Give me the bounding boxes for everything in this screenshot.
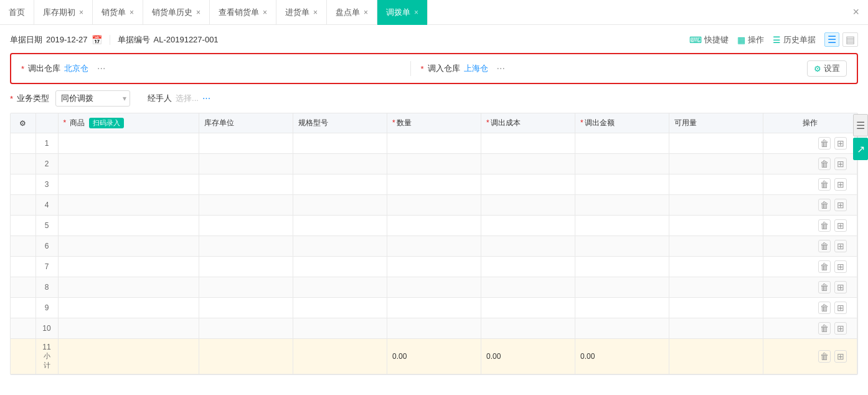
row-qty-cell[interactable] <box>387 236 481 257</box>
layout1-icon[interactable]: ☰ <box>824 32 839 47</box>
row-goods-cell[interactable] <box>58 154 199 174</box>
row-cost-cell[interactable] <box>481 154 575 174</box>
delete-icon[interactable]: 🗑 <box>818 322 831 335</box>
row-qty-cell[interactable] <box>387 277 481 298</box>
tab-close-transfer[interactable]: × <box>414 8 418 17</box>
delete-icon[interactable]: 🗑 <box>818 281 831 293</box>
tab-close-sales-order[interactable]: × <box>130 8 134 17</box>
row-amount-cell[interactable] <box>575 174 669 195</box>
row-goods-cell[interactable] <box>58 174 199 195</box>
layout-toggle[interactable]: ☰ ▤ <box>824 32 858 47</box>
delete-icon[interactable]: 🗑 <box>818 178 831 191</box>
row-goods-cell[interactable] <box>58 133 199 154</box>
scan-button[interactable]: 扫码录入 <box>89 118 124 128</box>
float-expand-button[interactable]: ↗ <box>853 138 868 160</box>
available-column-header: 可用量 <box>669 113 763 133</box>
tab-stocktake[interactable]: 盘点单× <box>327 0 377 25</box>
row-amount-cell[interactable] <box>575 277 669 298</box>
tab-view-sales[interactable]: 查看销货单× <box>210 0 276 25</box>
tab-transfer[interactable]: 调拨单× <box>377 0 428 25</box>
delete-icon[interactable]: 🗑 <box>818 260 831 273</box>
delete-icon[interactable]: 🗑 <box>818 199 831 211</box>
gear-column-header[interactable]: ⚙ <box>11 113 35 133</box>
operations-button[interactable]: ▦ 操作 <box>737 34 764 45</box>
copy-icon[interactable]: ⊞ <box>834 158 847 170</box>
row-amount-cell[interactable] <box>575 154 669 174</box>
float-note-button[interactable]: ☰ <box>853 114 868 136</box>
delete-icon[interactable]: 🗑 <box>818 240 831 252</box>
row-goods-cell[interactable] <box>58 298 199 318</box>
row-cost-cell[interactable] <box>481 133 575 154</box>
copy-icon[interactable]: ⊞ <box>834 302 847 314</box>
row-cost-cell[interactable] <box>481 277 575 298</box>
tab-close-stocktake[interactable]: × <box>364 8 368 17</box>
row-qty-cell[interactable] <box>387 298 481 318</box>
tab-close-inventory-init[interactable]: × <box>79 8 83 17</box>
row-cost-cell[interactable] <box>481 318 575 339</box>
row-cost-cell[interactable] <box>481 174 575 195</box>
row-goods-cell[interactable] <box>58 277 199 298</box>
layout2-icon[interactable]: ▤ <box>842 32 858 47</box>
tab-sales-history[interactable]: 销货单历史× <box>143 0 210 25</box>
row-amount-cell[interactable] <box>575 298 669 318</box>
in-warehouse-more-button[interactable]: ··· <box>497 63 505 74</box>
row-goods-cell[interactable] <box>58 216 199 236</box>
tab-inventory-init[interactable]: 库存期初× <box>34 0 93 25</box>
row-cost-cell[interactable] <box>481 236 575 257</box>
row-amount-cell[interactable] <box>575 236 669 257</box>
row-goods-cell[interactable] <box>58 236 199 257</box>
history-button[interactable]: ☰ 历史单据 <box>773 34 816 45</box>
copy-icon[interactable]: ⊞ <box>834 350 847 363</box>
row-goods-cell[interactable] <box>58 195 199 216</box>
settings-button[interactable]: ⚙ 设置 <box>807 60 847 77</box>
delete-icon[interactable]: 🗑 <box>818 137 831 150</box>
row-amount-cell[interactable] <box>575 257 669 277</box>
tab-close-purchase[interactable]: × <box>313 8 318 17</box>
row-qty-cell[interactable] <box>387 154 481 174</box>
delete-icon[interactable]: 🗑 <box>818 350 831 363</box>
row-qty-cell[interactable] <box>387 195 481 216</box>
copy-icon[interactable]: ⊞ <box>834 137 847 150</box>
row-cost-cell[interactable] <box>481 195 575 216</box>
copy-icon[interactable]: ⊞ <box>834 322 847 335</box>
tab-close-view-sales[interactable]: × <box>263 8 267 17</box>
row-amount-cell[interactable] <box>575 133 669 154</box>
copy-icon[interactable]: ⊞ <box>834 199 847 211</box>
row-qty-cell[interactable] <box>387 216 481 236</box>
delete-icon[interactable]: 🗑 <box>818 219 831 232</box>
subtotal-qty-cell: 0.00 <box>387 339 481 374</box>
row-amount-cell[interactable] <box>575 318 669 339</box>
table-scroll[interactable]: ⚙ * 商品 扫码录入 库存单位 规格型号 *数量 *调出成本 *调出金额 可用… <box>11 113 857 374</box>
calendar-icon[interactable]: 📅 <box>92 35 102 45</box>
tab-sales-order[interactable]: 销货单× <box>93 0 143 25</box>
tab-home[interactable]: 首页 <box>0 0 34 25</box>
shortcuts-button[interactable]: ⌨ 快捷键 <box>689 34 729 45</box>
handler-more-button[interactable]: ··· <box>202 93 210 104</box>
row-qty-cell[interactable] <box>387 257 481 277</box>
row-qty-cell[interactable] <box>387 318 481 339</box>
in-warehouse-value[interactable]: 上海仓 <box>464 63 488 74</box>
out-warehouse-more-button[interactable]: ··· <box>97 63 105 74</box>
copy-icon[interactable]: ⊞ <box>834 178 847 191</box>
row-goods-cell[interactable] <box>58 318 199 339</box>
delete-icon[interactable]: 🗑 <box>818 302 831 314</box>
business-type-select[interactable]: 同价调拨 <box>55 90 130 107</box>
row-cost-cell[interactable] <box>481 216 575 236</box>
row-qty-cell[interactable] <box>387 133 481 154</box>
copy-icon[interactable]: ⊞ <box>834 219 847 232</box>
row-goods-cell[interactable] <box>58 257 199 277</box>
row-amount-cell[interactable] <box>575 216 669 236</box>
close-all-button[interactable]: × <box>844 0 868 25</box>
row-cost-cell[interactable] <box>481 298 575 318</box>
handler-select-input[interactable]: 选择... <box>176 93 199 104</box>
tab-close-sales-history[interactable]: × <box>196 8 200 17</box>
delete-icon[interactable]: 🗑 <box>818 158 831 170</box>
tab-purchase[interactable]: 进货单× <box>276 0 327 25</box>
row-amount-cell[interactable] <box>575 195 669 216</box>
copy-icon[interactable]: ⊞ <box>834 240 847 252</box>
row-qty-cell[interactable] <box>387 174 481 195</box>
copy-icon[interactable]: ⊞ <box>834 281 847 293</box>
row-cost-cell[interactable] <box>481 257 575 277</box>
out-warehouse-value[interactable]: 北京仓 <box>64 63 88 74</box>
copy-icon[interactable]: ⊞ <box>834 260 847 273</box>
